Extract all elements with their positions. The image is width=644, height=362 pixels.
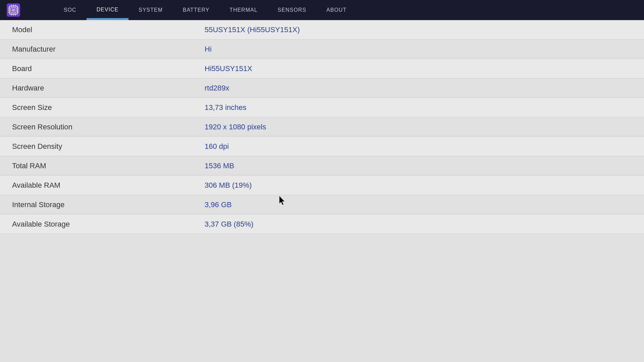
table-row: Available RAM306 MB (19%) <box>0 176 644 195</box>
app-header: SOCDEVICESYSTEMBATTERYTHERMALSENSORSABOU… <box>0 0 644 20</box>
row-value: 3,96 GB <box>201 200 644 209</box>
nav-tab-about[interactable]: ABOUT <box>316 0 357 20</box>
device-content: Model55USY151X (Hi55USY151X)Manufacturer… <box>0 20 644 234</box>
table-row: Screen Resolution1920 x 1080 pixels <box>0 117 644 137</box>
row-value: rtd289x <box>201 84 644 93</box>
logo-area <box>0 3 54 17</box>
row-value: 13,73 inches <box>201 103 644 112</box>
row-label: Hardware <box>0 84 201 93</box>
row-label: Screen Resolution <box>0 123 201 131</box>
nav-tab-sensors[interactable]: SENSORS <box>268 0 316 20</box>
row-label: Model <box>0 25 201 34</box>
table-row: Internal Storage3,96 GB <box>0 195 644 215</box>
row-value: 644 x 362 pixels <box>201 123 644 131</box>
row-value: 1536 MB <box>201 162 644 170</box>
nav-tab-thermal[interactable]: THERMAL <box>219 0 267 20</box>
cpu-z-logo-icon <box>7 3 20 17</box>
table-row: Model55USY151X (Hi55USY151X) <box>0 20 644 40</box>
row-value: Hi55USY151X <box>201 64 644 73</box>
row-label: Available RAM <box>0 181 201 190</box>
table-row: Hardwarertd289x <box>0 78 644 98</box>
nav-tab-battery[interactable]: BATTERY <box>173 0 219 20</box>
row-label: Screen Size <box>0 103 201 112</box>
row-value: 3,37 GB (85%) <box>201 220 644 229</box>
nav-tab-soc[interactable]: SOC <box>54 0 87 20</box>
table-row: Available Storage3,37 GB (85%) <box>0 215 644 234</box>
table-row: ManufacturerHi <box>0 40 644 59</box>
row-value: Hi <box>201 45 644 54</box>
row-label: Screen Density <box>0 142 201 151</box>
table-row: Screen Size13,73 inches <box>0 98 644 117</box>
table-row: BoardHi55USY151X <box>0 59 644 78</box>
row-label: Available Storage <box>0 220 201 229</box>
row-label: Internal Storage <box>0 200 201 209</box>
row-label: Total RAM <box>0 162 201 170</box>
table-row: Total RAM1536 MB <box>0 156 644 176</box>
nav-tabs: SOCDEVICESYSTEMBATTERYTHERMALSENSORSABOU… <box>54 0 644 20</box>
row-value: 306 MB (19%) <box>201 181 644 190</box>
row-label: Board <box>0 64 201 73</box>
table-row: Screen Density160 dpi <box>0 137 644 156</box>
nav-tab-device[interactable]: DEVICE <box>87 0 129 20</box>
svg-rect-15 <box>12 8 15 12</box>
row-value: 55USY151X (Hi55USY151X) <box>201 25 644 34</box>
nav-tab-system[interactable]: SYSTEM <box>128 0 173 20</box>
row-label: Manufacturer <box>0 45 201 54</box>
device-info-table: Model55USY151X (Hi55USY151X)Manufacturer… <box>0 20 644 234</box>
row-value: 160 dpi <box>201 142 644 151</box>
